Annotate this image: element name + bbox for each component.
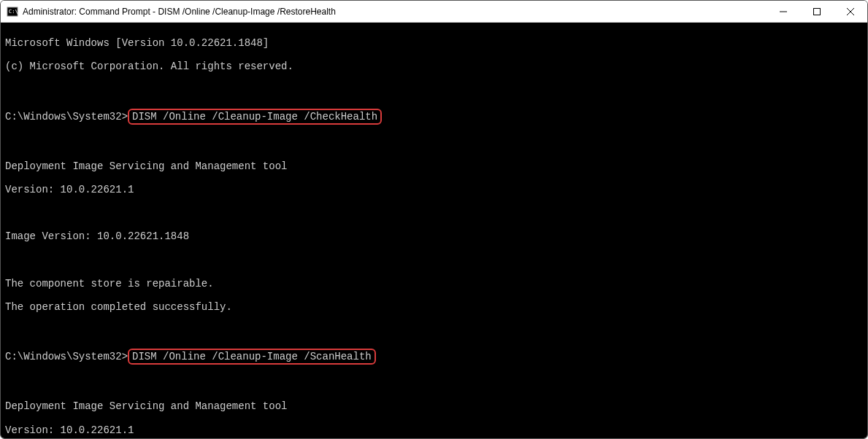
highlighted-command: DISM /Online /Cleanup-Image /ScanHealth (128, 349, 376, 365)
prompt-line: C:\Windows\System32>DISM /Online /Cleanu… (5, 108, 863, 125)
output-line: Deployment Image Servicing and Managemen… (5, 400, 863, 412)
svg-rect-3 (814, 8, 821, 15)
close-button[interactable] (834, 1, 867, 22)
output-line: Microsoft Windows [Version 10.0.22621.18… (5, 37, 863, 49)
output-line: (c) Microsoft Corporation. All rights re… (5, 61, 863, 72)
titlebar[interactable]: C:\ Administrator: Command Prompt - DISM… (1, 1, 867, 23)
svg-text:C:\: C:\ (9, 9, 18, 15)
output-line: Image Version: 10.0.22621.1848 (5, 230, 863, 242)
window: C:\ Administrator: Command Prompt - DISM… (0, 0, 868, 439)
output-line: Version: 10.0.22621.1 (5, 184, 863, 195)
cmd-icon: C:\ (7, 6, 18, 18)
window-title: Administrator: Command Prompt - DISM /On… (23, 7, 767, 17)
maximize-button[interactable] (800, 1, 834, 22)
minimize-button[interactable] (767, 1, 800, 22)
output-line: Deployment Image Servicing and Managemen… (5, 160, 863, 172)
highlighted-command: DISM /Online /Cleanup-Image /CheckHealth (128, 109, 382, 125)
output-line: Version: 10.0.22621.1 (5, 424, 863, 436)
output-line: The component store is repairable. (5, 278, 863, 290)
prompt-line: C:\Windows\System32>DISM /Online /Cleanu… (5, 348, 863, 365)
titlebar-controls (767, 1, 867, 22)
output-line: The operation completed successfully. (5, 301, 863, 313)
terminal-output[interactable]: Microsoft Windows [Version 10.0.22621.18… (1, 23, 867, 438)
